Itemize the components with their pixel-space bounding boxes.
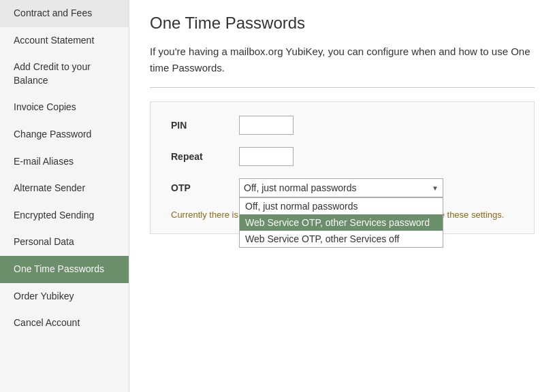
sidebar-item-personal-data[interactable]: Personal Data	[0, 229, 129, 256]
repeat-label: Repeat	[171, 151, 239, 162]
sidebar-item-alternate-sender[interactable]: Alternate Sender	[0, 175, 129, 202]
pin-input[interactable]	[239, 116, 294, 135]
page-title: One Time Passwords	[150, 14, 535, 33]
sidebar-item-one-time-passwords[interactable]: One Time Passwords	[0, 256, 129, 283]
otp-row: OTP Off, just normal passwords Off, just…	[171, 178, 513, 197]
sidebar-item-contract-fees[interactable]: Contract and Fees	[0, 0, 129, 27]
sidebar-item-email-aliases[interactable]: E-mail Aliases	[0, 148, 129, 176]
otp-select-display[interactable]: Off, just normal passwords	[239, 178, 443, 197]
dropdown-option-ws_otp_other_off[interactable]: Web Service OTP, other Services off	[240, 231, 443, 247]
sidebar-item-cancel-account[interactable]: Cancel Account	[0, 310, 129, 337]
dropdown-option-off[interactable]: Off, just normal passwords	[240, 198, 443, 214]
app-layout: Contract and FeesAccount StatementAdd Cr…	[0, 0, 555, 392]
otp-dropdown-list: Off, just normal passwordsWeb Service OT…	[239, 197, 443, 248]
otp-select-wrapper: Off, just normal passwords Off, just nor…	[239, 178, 443, 197]
otp-selected-text: Off, just normal passwords	[244, 182, 356, 193]
sidebar: Contract and FeesAccount StatementAdd Cr…	[0, 0, 129, 392]
sidebar-item-add-credit[interactable]: Add Credit to your Balance	[0, 54, 129, 94]
main-content: One Time Passwords If you're having a ma…	[129, 0, 555, 392]
page-description: If you're having a mailbox.org YubiKey, …	[150, 44, 535, 88]
sidebar-item-order-yubikey[interactable]: Order Yubikey	[0, 283, 129, 310]
repeat-input[interactable]	[239, 147, 294, 166]
sidebar-item-encrypted-sending[interactable]: Encrypted Sending	[0, 202, 129, 229]
sidebar-item-account-statement[interactable]: Account Statement	[0, 27, 129, 54]
otp-form-section: PIN Repeat OTP Off, just normal password…	[150, 101, 535, 234]
otp-label: OTP	[171, 182, 239, 193]
sidebar-item-invoice-copies[interactable]: Invoice Copies	[0, 94, 129, 121]
dropdown-option-ws_otp_other_pass[interactable]: Web Service OTP, other Services password	[240, 214, 443, 231]
repeat-row: Repeat	[171, 147, 513, 166]
pin-row: PIN	[171, 116, 513, 135]
sidebar-item-change-password[interactable]: Change Password	[0, 121, 129, 148]
pin-label: PIN	[171, 120, 239, 131]
